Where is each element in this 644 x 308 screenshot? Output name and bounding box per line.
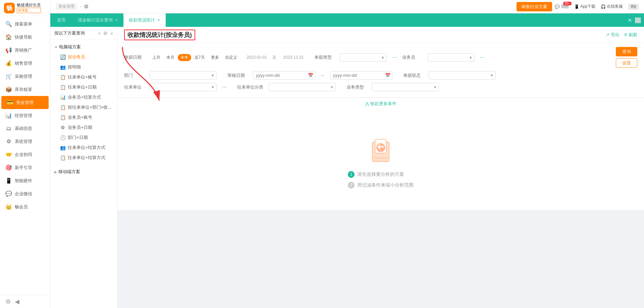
date-tab-this-year[interactable]: 本年 <box>178 54 191 61</box>
sidebar-item-purchase[interactable]: 🛒 采购管理 <box>0 70 50 83</box>
sidebar-item-inventory[interactable]: 📦 库存核算 <box>0 83 50 96</box>
review-date-from-wrap: 📅 <box>253 71 315 80</box>
export-btn[interactable]: ↗ 导出 <box>606 32 620 38</box>
tree-icon-salesperson: 🔄 <box>60 54 66 60</box>
search-menu-icon: 🔍 <box>5 21 12 27</box>
sidebar-item-quick-nav[interactable]: 🏠 快捷导航 <box>0 31 50 44</box>
sidebar-label-quick-nav: 快捷导航 <box>15 34 32 40</box>
filter-row-3: 往来单位 ··· 往来单位分类 业务类型 <box>124 83 637 91</box>
layout-wrapper: 按以下方案查询 + ⚙ « ▼ 电脑端方案 🔄 按业务员 👥 <box>50 27 644 308</box>
sidebar-item-operations[interactable]: 📊 经营管理 <box>0 109 50 122</box>
gear-scheme-btn[interactable]: ⚙ <box>103 31 108 36</box>
tab-collection-close[interactable]: ✕ <box>157 18 160 22</box>
online-service-label: 在线客服 <box>607 4 623 9</box>
app-download-label: App下载 <box>580 4 595 9</box>
maximize-window-icon[interactable]: ⬜ <box>635 17 641 23</box>
date-range-to: 2023-12-31 <box>283 55 304 60</box>
bill-type-select-wrap <box>340 53 387 62</box>
tab-collection[interactable]: 收款情况统计 ✕ <box>123 13 166 27</box>
tree-desktop-title[interactable]: ▼ 电脑端方案 <box>50 42 117 52</box>
tree-item-dept-date[interactable]: 🕐 部门+日期 <box>50 133 117 143</box>
date-tab-7days[interactable]: 近7天 <box>192 54 208 61</box>
query-btn[interactable]: 查询 <box>616 47 637 56</box>
review-date-from-input[interactable] <box>253 71 315 80</box>
tree-item-by-salesperson[interactable]: 🔄 按业务员 <box>50 52 117 62</box>
date-tab-this-month[interactable]: 本月 <box>164 54 177 61</box>
counterpart-cat-select[interactable] <box>269 83 336 91</box>
bill-type-select[interactable] <box>340 53 387 62</box>
collapse-more-btn[interactable]: ⋀ 收起更多条件 <box>117 98 644 109</box>
date-range-from: 2023-01-01 <box>247 55 267 60</box>
sidebar-item-basic-info[interactable]: 🗂 基础信息 <box>0 122 50 135</box>
sidebar-item-system[interactable]: ⚙ 系统管理 <box>0 135 50 148</box>
member-icon: 👑 <box>5 204 12 210</box>
sidebar-item-capital[interactable]: 💳 资金管理 <box>1 96 49 109</box>
date-tab-custom[interactable]: 自定义 <box>222 54 240 61</box>
counterpart-select[interactable] <box>150 83 217 91</box>
sidebar-item-marketing[interactable]: 📢 营销推广 <box>0 44 50 57</box>
tree-item-sp-account[interactable]: 📋 业务员+账号 <box>50 112 117 122</box>
sidebar-item-wechat[interactable]: 💬 企业微信 <box>0 187 50 200</box>
collapse-panel-btn[interactable]: « <box>110 31 113 36</box>
add-scheme-btn[interactable]: + <box>98 31 101 36</box>
enterprise-icon: 🤝 <box>5 151 12 158</box>
dept-select[interactable] <box>150 71 217 80</box>
date-tab-last-month[interactable]: 上月 <box>150 54 163 61</box>
sidebar-item-member[interactable]: 👑 畅会员 <box>0 200 50 213</box>
tab-bank-flow[interactable]: 现金银行流水查询 ✕ <box>72 13 123 27</box>
close-window-icon[interactable]: ✕ <box>628 17 632 23</box>
sidebar-label-enterprise: 企业协同 <box>15 152 32 158</box>
sidebar-label-capital: 资金管理 <box>16 100 34 106</box>
sidebar-item-enterprise[interactable]: 🤝 企业协同 <box>0 148 50 161</box>
topbar-right: 💬 消息 99+ 📱 App下载 🎧 在线客服 Rit <box>555 4 639 10</box>
tab-bank-flow-close[interactable]: ✕ <box>115 18 118 22</box>
tab-bank-flow-label: 现金银行流水查询 <box>78 17 113 23</box>
tree-item-unit-dept-collection[interactable]: 📋 按往来单位+部门+收... <box>50 102 117 112</box>
svg-rect-4 <box>379 144 380 149</box>
bill-type-more-btn[interactable]: ··· <box>392 54 396 60</box>
tree-label-sp-payment: 业务员+结算方式 <box>68 94 101 100</box>
salesperson-select[interactable] <box>428 53 475 62</box>
counterpart-select-wrap <box>150 83 217 91</box>
collapse-sidebar-icon[interactable]: ◀ <box>15 298 19 305</box>
tree-icon-unit-date: 📋 <box>60 85 66 90</box>
tree-section-desktop: ▼ 电脑端方案 🔄 按业务员 👥 按明细 📋 往来单位+账号 📋 往 <box>50 40 117 165</box>
tree-item-unit-date[interactable]: 📋 往来单位+日期 <box>50 82 117 92</box>
message-btn[interactable]: 💬 消息 99+ <box>555 4 569 9</box>
salesperson-more-btn[interactable]: ··· <box>480 54 484 60</box>
svg-rect-5 <box>374 157 388 158</box>
online-service-btn[interactable]: 🎧 在线客服 <box>601 4 623 9</box>
counterpart-more-btn[interactable]: ··· <box>222 84 226 90</box>
tree-item-by-detail[interactable]: 👥 按明细 <box>50 62 117 72</box>
tree-mobile-title[interactable]: ▶ 移动端方案 <box>50 167 117 177</box>
sidebar-item-sales[interactable]: 💰 销售管理 <box>0 57 50 70</box>
sidebar-item-search-menu[interactable]: 🔍 搜索菜单 <box>0 17 50 31</box>
tree-item-unit-pay2[interactable]: 📋 往来单位+结算方式 <box>50 153 117 163</box>
empty-illustration <box>364 131 397 164</box>
tree-item-sp-date[interactable]: ⚙ 业务员+日期 <box>50 122 117 133</box>
sidebar-item-smart-hw[interactable]: 📱 智能硬件 <box>0 174 50 187</box>
tree-section-mobile: ▶ 移动端方案 <box>50 165 117 179</box>
tree-label-unit-pay2: 往来单位+结算方式 <box>68 155 105 161</box>
settings-bottom-icon[interactable]: ⚙ <box>5 298 11 305</box>
settings-btn[interactable]: 设置 <box>616 58 637 68</box>
date-tab-more[interactable]: 更多 <box>208 54 222 61</box>
refresh-btn[interactable]: ↺ 刷新 <box>624 32 637 38</box>
tree-item-unit-account[interactable]: 📋 往来单位+账号 <box>50 72 117 82</box>
topbar-gear-icon[interactable]: ⚙ <box>84 3 89 10</box>
app-download-btn[interactable]: 📱 App下载 <box>574 4 595 9</box>
tree-item-unit-pay1[interactable]: 👥 往来单位+结算方式 <box>50 143 117 153</box>
tree-item-salesperson-payment[interactable]: 📊 业务员+结算方式 <box>50 92 117 102</box>
sidebar-item-newbie[interactable]: 🎯 新手引导 <box>0 161 50 174</box>
tree-label-unit-pay1: 往来单位+结算方式 <box>68 145 105 151</box>
business-type-select[interactable] <box>372 83 439 91</box>
logo-icon: 畅 <box>4 3 15 13</box>
user-avatar[interactable]: Rit <box>628 4 639 10</box>
trial-btn[interactable]: 体验行业方案 <box>517 2 552 11</box>
review-date-to-input[interactable] <box>330 71 392 80</box>
operations-icon: 📊 <box>5 112 12 119</box>
tab-home[interactable]: 首页 <box>50 13 72 27</box>
capital-icon: 💳 <box>7 99 13 106</box>
bill-status-select[interactable] <box>429 71 496 80</box>
marketing-icon: 📢 <box>5 47 12 53</box>
